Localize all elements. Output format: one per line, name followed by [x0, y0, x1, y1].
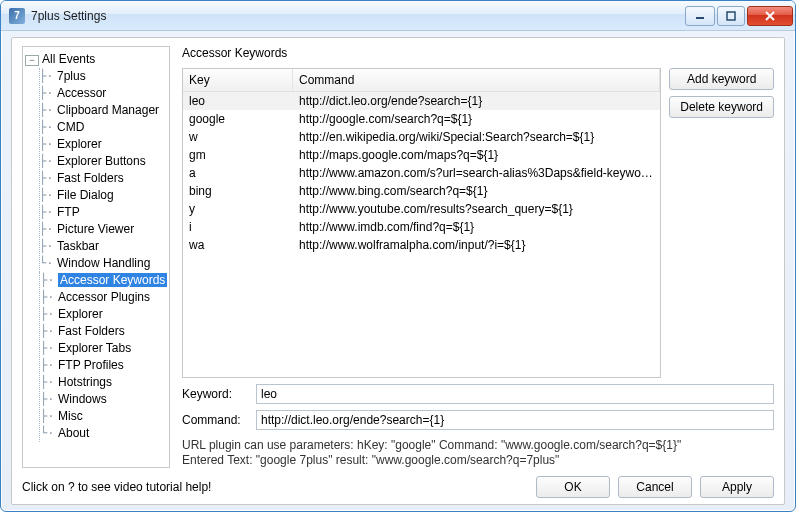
- tree-root-label: All Events: [42, 52, 95, 66]
- keyword-listview[interactable]: Key Command leohttp://dict.leo.org/ende?…: [182, 68, 661, 378]
- tree-item-label: Explorer: [58, 307, 103, 321]
- col-header-key[interactable]: Key: [183, 69, 293, 91]
- tree-item[interactable]: Clipboard Manager: [40, 102, 167, 119]
- tree-branch-icon: [40, 391, 58, 408]
- window-frame: 7 7plus Settings −All Events 7plusAccess…: [0, 0, 796, 512]
- tree-item-label: Accessor Keywords: [58, 273, 167, 287]
- tree-item-label: Explorer: [57, 137, 102, 151]
- tree-item[interactable]: File Dialog: [40, 187, 167, 204]
- svg-rect-1: [727, 12, 735, 20]
- tree-item-label: About: [58, 426, 89, 440]
- tree-item[interactable]: CMD: [40, 119, 167, 136]
- col-header-command[interactable]: Command: [293, 69, 660, 91]
- table-row[interactable]: ihttp://www.imdb.com/find?q=${1}: [183, 218, 660, 236]
- tree-item[interactable]: Window Handling: [40, 255, 167, 272]
- tree-item-label: Explorer Buttons: [57, 154, 146, 168]
- apply-button[interactable]: Apply: [700, 476, 774, 498]
- cell-command: http://www.imdb.com/find?q=${1}: [293, 219, 660, 235]
- panel-title: Accessor Keywords: [182, 46, 774, 60]
- titlebar[interactable]: 7 7plus Settings: [1, 1, 795, 31]
- tree-item[interactable]: Explorer Buttons: [40, 153, 167, 170]
- tree-item[interactable]: Accessor Plugins: [40, 289, 167, 306]
- tree-item[interactable]: Fast Folders: [40, 323, 167, 340]
- tree-item[interactable]: About: [40, 425, 167, 442]
- cell-key: a: [183, 165, 293, 181]
- cell-key: google: [183, 111, 293, 127]
- close-icon: [764, 11, 776, 21]
- tree-root[interactable]: −All Events 7plusAccessorClipboard Manag…: [25, 51, 167, 272]
- delete-keyword-button[interactable]: Delete keyword: [669, 96, 774, 118]
- tree-branch-icon: [39, 204, 57, 221]
- tree-item[interactable]: Explorer: [40, 306, 167, 323]
- tree-item[interactable]: Accessor: [40, 85, 167, 102]
- tree-branch-icon: [39, 102, 57, 119]
- tree-item[interactable]: Explorer Tabs: [40, 340, 167, 357]
- table-row[interactable]: yhttp://www.youtube.com/results?search_q…: [183, 200, 660, 218]
- cell-command: http://maps.google.com/maps?q=${1}: [293, 147, 660, 163]
- tree-item-label: Taskbar: [57, 239, 99, 253]
- cell-key: y: [183, 201, 293, 217]
- cell-key: i: [183, 219, 293, 235]
- tree-item[interactable]: 7plus: [40, 68, 167, 85]
- tree-branch-icon: [39, 170, 57, 187]
- cell-command: http://en.wikipedia.org/wiki/Special:Sea…: [293, 129, 660, 145]
- tree-item[interactable]: FTP: [40, 204, 167, 221]
- table-row[interactable]: googlehttp://google.com/search?q=${1}: [183, 110, 660, 128]
- tree-item-label: Clipboard Manager: [57, 103, 159, 117]
- tree-item-label: Fast Folders: [57, 171, 124, 185]
- ok-button[interactable]: OK: [536, 476, 610, 498]
- cell-command: http://www.amazon.com/s?url=search-alias…: [293, 165, 660, 181]
- cell-command: http://www.wolframalpha.com/input/?i=${1…: [293, 237, 660, 253]
- tree-item-label: FTP Profiles: [58, 358, 124, 372]
- cell-command: http://www.youtube.com/results?search_qu…: [293, 201, 660, 217]
- collapse-icon[interactable]: −: [25, 55, 39, 66]
- add-keyword-button[interactable]: Add keyword: [669, 68, 774, 90]
- table-row[interactable]: gmhttp://maps.google.com/maps?q=${1}: [183, 146, 660, 164]
- tree-item[interactable]: Taskbar: [40, 238, 167, 255]
- tree-item-label: Accessor: [57, 86, 106, 100]
- cell-command: http://www.bing.com/search?q=${1}: [293, 183, 660, 199]
- hint-line-1: URL plugin can use parameters: hKey: "go…: [182, 438, 774, 453]
- tree-item[interactable]: Misc: [40, 408, 167, 425]
- cancel-button[interactable]: Cancel: [618, 476, 692, 498]
- tree-item-label: Fast Folders: [58, 324, 125, 338]
- tree-item-label: FTP: [57, 205, 80, 219]
- keyword-label: Keyword:: [182, 387, 248, 401]
- hint-line-2: Entered Text: "google 7plus" result: "ww…: [182, 453, 774, 468]
- table-row[interactable]: wahttp://www.wolframalpha.com/input/?i=$…: [183, 236, 660, 254]
- table-row[interactable]: ahttp://www.amazon.com/s?url=search-alia…: [183, 164, 660, 182]
- cell-key: bing: [183, 183, 293, 199]
- cell-command: http://google.com/search?q=${1}: [293, 111, 660, 127]
- cell-key: wa: [183, 237, 293, 253]
- tree-item[interactable]: Picture Viewer: [40, 221, 167, 238]
- command-input[interactable]: [256, 410, 774, 430]
- tree-branch-icon: [39, 153, 57, 170]
- keyword-input[interactable]: [256, 384, 774, 404]
- client-area: −All Events 7plusAccessorClipboard Manag…: [11, 37, 785, 505]
- close-button[interactable]: [747, 6, 793, 26]
- tree-item[interactable]: Hotstrings: [40, 374, 167, 391]
- tree-item[interactable]: Explorer: [40, 136, 167, 153]
- table-row[interactable]: binghttp://www.bing.com/search?q=${1}: [183, 182, 660, 200]
- tree-item[interactable]: FTP Profiles: [40, 357, 167, 374]
- minimize-button[interactable]: [685, 6, 715, 26]
- event-tree[interactable]: −All Events 7plusAccessorClipboard Manag…: [22, 46, 170, 468]
- listview-header[interactable]: Key Command: [183, 69, 660, 92]
- cell-key: w: [183, 129, 293, 145]
- tree-item[interactable]: Accessor Keywords: [40, 272, 167, 289]
- table-row[interactable]: whttp://en.wikipedia.org/wiki/Special:Se…: [183, 128, 660, 146]
- tree-branch-icon: [40, 374, 58, 391]
- cell-key: leo: [183, 93, 293, 109]
- table-row[interactable]: leohttp://dict.leo.org/ende?search={1}: [183, 92, 660, 110]
- tree-item-label: Misc: [58, 409, 83, 423]
- tree-item-label: Windows: [58, 392, 107, 406]
- tree-item[interactable]: Windows: [40, 391, 167, 408]
- tree-item-label: Window Handling: [57, 256, 150, 270]
- maximize-icon: [726, 11, 736, 21]
- tree-branch-icon: [39, 68, 57, 85]
- tree-item[interactable]: Fast Folders: [40, 170, 167, 187]
- tree-item-label: 7plus: [57, 69, 86, 83]
- maximize-button[interactable]: [717, 6, 745, 26]
- minimize-icon: [695, 11, 705, 21]
- tree-branch-icon: [39, 187, 57, 204]
